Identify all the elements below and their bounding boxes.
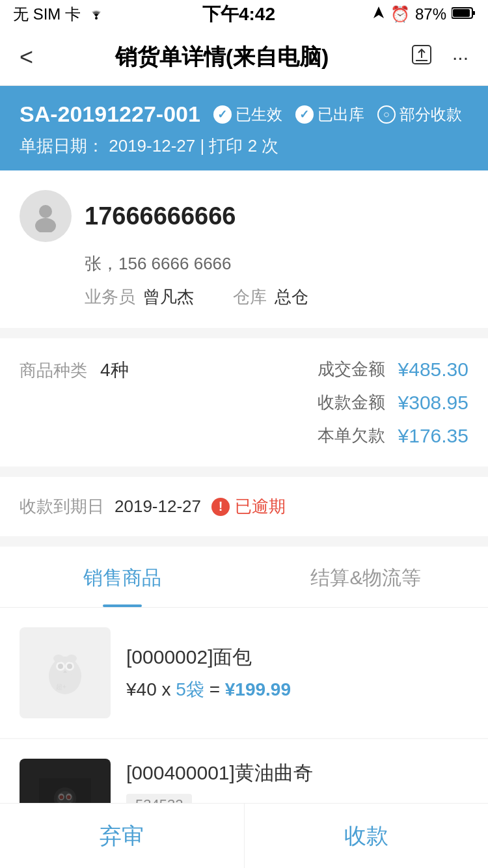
product-equals-1: = [210,679,225,699]
customer-section: 17666666666 张，156 6666 6666 业务员 曾凡杰 仓库 总… [0,170,488,328]
svg-point-14 [58,664,63,669]
status-partial-label: 部分收款 [400,104,462,125]
order-print-info: | 打印 2 次 [200,136,278,156]
financial-stats: 成交金额 ¥485.30 收款金额 ¥308.95 本单欠款 ¥176.35 [318,358,468,447]
status-shipped-label: 已出库 [318,104,364,125]
back-button[interactable]: < [20,44,33,71]
debt-value: ¥176.35 [398,425,468,447]
wifi-icon [87,5,105,23]
share-button[interactable] [411,44,433,70]
svg-point-15 [67,664,72,669]
status-time: 下午4:42 [202,2,275,27]
received-stat: 收款金额 ¥308.95 [318,391,468,414]
svg-point-25 [59,795,63,799]
customer-phone: 17666666666 [85,202,236,230]
product-name-2: [000400001]黄油曲奇 [126,760,468,787]
received-value: ¥308.95 [398,392,468,414]
status-left: 无 SIM 卡 [13,4,105,25]
tab-products[interactable]: 销售商品 [0,547,244,607]
product-image-1: 超+ [20,627,111,718]
confirm-button[interactable]: 收款 [245,804,489,868]
due-label: 收款到期日 [20,495,104,518]
product-types-stat: 商品种类 4种 [20,358,318,383]
svg-rect-4 [453,9,470,17]
customer-meta: 业务员 曾凡杰 仓库 总仓 [20,286,468,308]
amount-label: 成交金额 [318,358,385,381]
overdue-badge: ! 已逾期 [211,495,286,518]
customer-row: 17666666666 [20,190,468,242]
tab-settlement[interactable]: 结算&物流等 [244,547,488,607]
product-base-price-1: ¥40 x [126,679,176,699]
product-types-label: 商品种类 [20,359,87,382]
warehouse-label: 仓库 [233,286,267,308]
svg-point-18 [66,655,77,662]
bottom-bar: 弃审 收款 [0,803,488,868]
tab-settlement-label: 结算&物流等 [310,567,421,588]
tabs-section: 销售商品 结算&物流等 [0,547,488,608]
more-button[interactable]: ··· [452,46,468,68]
nav-bar: < 销货单详情(来自电脑) ··· [0,29,488,86]
order-id: SA-20191227-001 [20,102,200,127]
order-header: SA-20191227-001 ✓ 已生效 ✓ 已出库 ○ 部分收款 单据日期：… [0,86,488,170]
product-qty-1: 5袋 [176,679,204,699]
product-card: 超+ [0000002]面包 ¥40 x 5袋 = ¥199.99 [0,608,488,738]
svg-point-26 [67,795,71,799]
cancel-button[interactable]: 弃审 [0,804,245,868]
carrier-text: 无 SIM 卡 [13,4,81,25]
status-right: ⏰ 87% [372,5,475,23]
product-name-1: [0000002]面包 [126,644,468,671]
product-types-value: 4种 [100,358,129,383]
status-bar: 无 SIM 卡 下午4:42 ⏰ 87% [0,0,488,29]
location-icon [372,5,385,23]
warehouse-value: 总仓 [275,286,308,308]
svg-point-8 [39,205,52,218]
svg-rect-3 [472,11,475,15]
stats-section: 商品种类 4种 成交金额 ¥485.30 收款金额 ¥308.95 本单欠款 ¥… [0,338,488,467]
svg-point-17 [53,655,64,662]
svg-point-9 [35,218,56,232]
sales-value: 曾凡杰 [143,286,194,308]
svg-text:超+: 超+ [56,683,66,690]
product-total-1: ¥199.99 [225,679,291,699]
check-active-icon: ✓ [213,105,232,124]
sales-meta: 业务员 曾凡杰 [85,286,194,308]
status-shipped: ✓ 已出库 [295,104,364,125]
product-info-1: [0000002]面包 ¥40 x 5袋 = ¥199.99 [126,644,468,702]
tab-products-label: 销售商品 [83,567,161,588]
check-shipped-icon: ✓ [295,105,314,124]
product-price-1: ¥40 x 5袋 = ¥199.99 [126,677,468,702]
status-partial: ○ 部分收款 [377,104,462,125]
sales-label: 业务员 [85,286,135,308]
due-date-value: 2019-12-27 [115,496,201,517]
received-label: 收款金额 [318,391,385,414]
debt-stat: 本单欠款 ¥176.35 [318,424,468,447]
svg-point-0 [95,17,98,20]
customer-name-phone: 张，156 6666 6666 [20,252,468,275]
order-date-value: 2019-12-27 [109,136,195,156]
svg-marker-1 [373,7,384,18]
debt-label: 本单欠款 [318,424,385,447]
status-active-label: 已生效 [236,104,282,125]
clock-icon: ○ [377,105,396,124]
page-title: 销货单详情(来自电脑) [115,42,329,72]
customer-avatar [20,190,72,242]
status-active: ✓ 已生效 [213,104,282,125]
overdue-icon: ! [211,498,230,516]
amount-stat: 成交金额 ¥485.30 [318,358,468,381]
warehouse-meta: 仓库 总仓 [233,286,308,308]
amount-value: ¥485.30 [398,359,468,381]
due-section: 收款到期日 2019-12-27 ! 已逾期 [0,477,488,536]
nav-actions: ··· [411,44,468,70]
order-date: 单据日期： 2019-12-27 | 打印 2 次 [20,135,468,157]
battery-text: 87% [415,5,446,23]
alarm-icon: ⏰ [390,5,410,23]
overdue-text: 已逾期 [235,495,286,518]
order-date-label: 单据日期： [20,136,104,156]
battery-icon [452,5,475,23]
order-header-row1: SA-20191227-001 ✓ 已生效 ✓ 已出库 ○ 部分收款 [20,102,468,127]
